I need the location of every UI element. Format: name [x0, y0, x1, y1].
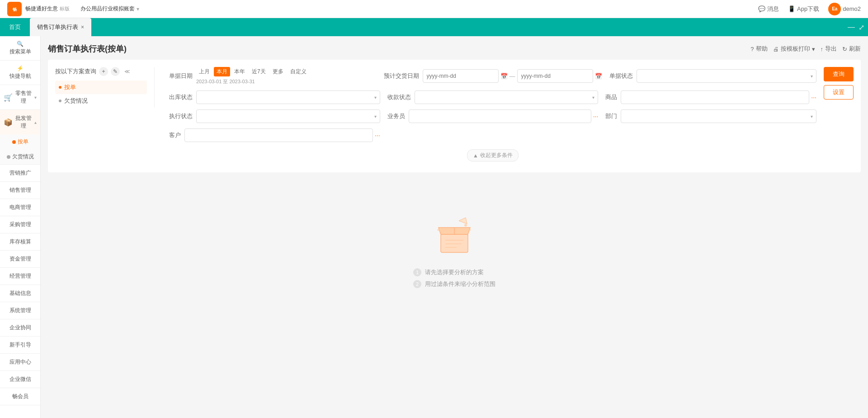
marketing-label: 营销推广 [9, 169, 31, 177]
svg-rect-2 [441, 234, 468, 252]
expected-date-start-calendar-icon[interactable]: 📅 [500, 73, 508, 80]
sidebar-item-ecom[interactable]: 电商管理 [0, 199, 40, 216]
step-1-num: 1 [413, 268, 421, 276]
empty-steps: 1 请先选择要分析的方案 2 用过滤条件来缩小分析范围 [413, 268, 495, 288]
more-items-row: ▲ 收起更多条件 [169, 146, 816, 165]
salesman-input[interactable] [409, 109, 591, 123]
customer-label: 客户 [169, 131, 181, 139]
sidebar-item-basic[interactable]: 基础信息 [0, 285, 40, 302]
filter-customer-field: 客户 ··· [169, 128, 380, 142]
page-title: 销售订单执行表(按单) [48, 43, 127, 54]
tab-sales-order[interactable]: 销售订单执行表 × [30, 18, 91, 36]
ecom-label: 电商管理 [9, 204, 31, 211]
dept-select-wrapper: ▾ [621, 109, 816, 123]
sidebar-ops-section: 经营管理 [0, 268, 40, 285]
edit-scheme-btn[interactable]: ✎ [111, 67, 120, 76]
help-btn[interactable]: ? 帮助 [750, 45, 767, 53]
date-7-btn[interactable]: 近7天 [249, 67, 269, 76]
setting-button[interactable]: 设置 [824, 85, 854, 100]
sidebar: 🔍 搜索菜单 ⚡ 快捷导航 🛒 零售管理 ▾ 📦 批发管理 ▴ [0, 36, 41, 418]
sidebar-item-purchase[interactable]: 采购管理 [0, 216, 40, 233]
exec-status-select[interactable] [196, 109, 380, 123]
scheme-item-debt[interactable]: 欠货情况 [55, 94, 147, 108]
out-status-select-wrapper: ▾ [196, 90, 380, 104]
sidebar-marketing-section: 营销推广 [0, 165, 40, 182]
filter-date-field: 单据日期 上月 本月 本年 近7天 更多 自定义 20 [169, 67, 377, 85]
date-range-text: 2023-03-01 至 2023-03-31 [196, 78, 377, 85]
sidebar-item-finance[interactable]: 资金管理 [0, 251, 40, 267]
sidebar-item-member[interactable]: 畅会员 [0, 388, 40, 405]
sidebar-item-apps[interactable]: 应用中心 [0, 354, 40, 370]
out-status-select[interactable] [196, 90, 380, 104]
scheme-item-press[interactable]: 按单 [55, 81, 147, 94]
dept-select[interactable] [621, 109, 816, 123]
print-btn[interactable]: 🖨 按模板打印 ▾ [773, 45, 815, 53]
sidebar-search[interactable]: 🔍 搜索菜单 [0, 36, 40, 60]
sidebar-item-stock[interactable]: 库存核算 [0, 233, 40, 250]
refresh-btn[interactable]: ↻ 刷新 [842, 45, 861, 53]
quicknav-icon: ⚡ [17, 65, 24, 71]
collapse-scheme-btn[interactable]: ≪ [123, 67, 132, 76]
status-select[interactable] [637, 69, 817, 83]
svg-point-7 [469, 229, 471, 231]
avatar: Ea [828, 3, 841, 15]
content-area: 销售订单执行表(按单) ? 帮助 🖨 按模板打印 ▾ ↑ 导出 ↻ 刷新 [41, 36, 868, 418]
filter-scheme-panel: 按以下方案查询 + ✎ ≪ 按单 [55, 67, 155, 108]
tab-home[interactable]: 首页 [0, 18, 30, 36]
window-expand-icon[interactable]: ⤢ [859, 23, 864, 32]
customer-input[interactable] [184, 128, 373, 142]
filter-goods-field: 商品 ··· [605, 90, 816, 104]
sidebar-item-marketing[interactable]: 营销推广 [0, 165, 40, 181]
sidebar-item-system[interactable]: 系统管理 [0, 302, 40, 319]
main-layout: 🔍 搜索菜单 ⚡ 快捷导航 🛒 零售管理 ▾ 📦 批发管理 ▴ [0, 36, 868, 418]
sidebar-item-wechat[interactable]: 企业微信 [0, 371, 40, 388]
expected-date-start-input[interactable] [423, 69, 499, 83]
export-btn[interactable]: ↑ 导出 [821, 45, 837, 53]
add-scheme-btn[interactable]: + [99, 67, 108, 76]
sidebar-item-ops[interactable]: 经营管理 [0, 268, 40, 285]
tab-bar-right: — ⤢ [848, 23, 868, 32]
filter-exec-status-field: 执行状态 ▾ [169, 109, 380, 123]
tab-close-icon[interactable]: × [81, 24, 84, 30]
sidebar-basic-section: 基础信息 [0, 285, 40, 302]
search-button[interactable]: 查询 [824, 67, 854, 81]
system-label: 系统管理 [9, 307, 31, 314]
date-year-btn[interactable]: 本年 [231, 67, 248, 76]
message-label: 消息 [767, 5, 779, 13]
expected-date-label: 预计交货日期 [384, 72, 419, 80]
sidebar-member-section: 畅会员 [0, 388, 40, 405]
date-cur-btn[interactable]: 本月 [214, 67, 230, 76]
user-profile[interactable]: Ea demo2 [828, 3, 861, 15]
date-prev-btn[interactable]: 上月 [196, 67, 212, 76]
sidebar-item-debt[interactable]: 欠货情况 [0, 149, 40, 164]
doc-type-label[interactable]: 办公用品行业模拟账套 ▾ [80, 5, 139, 13]
customer-dots-icon[interactable]: ··· [375, 132, 380, 139]
scheme-debt-label: 欠货情况 [64, 97, 88, 105]
app-download-label: App下载 [797, 5, 819, 13]
goods-dots-icon[interactable]: ··· [811, 94, 816, 101]
sidebar-item-retail[interactable]: 🛒 零售管理 ▾ [0, 85, 40, 109]
exec-status-label: 执行状态 [169, 112, 193, 120]
collapse-more-btn[interactable]: ▲ 收起更多条件 [467, 149, 519, 162]
sidebar-item-newbie[interactable]: 新手引导 [0, 337, 40, 353]
collapse-more-icon: ▲ [473, 152, 478, 159]
sidebar-corp-section: 企业协同 [0, 319, 40, 337]
receive-status-select[interactable] [415, 90, 599, 104]
sidebar-item-sales[interactable]: 销售管理 [0, 182, 40, 199]
salesman-dots-icon[interactable]: ··· [593, 113, 599, 120]
sidebar-press-label: 按单 [18, 138, 28, 146]
goods-input[interactable] [621, 90, 809, 104]
app-download-btn[interactable]: 📱 App下载 [788, 5, 819, 13]
sidebar-item-wholesale[interactable]: 📦 批发管理 ▴ [0, 110, 40, 134]
date-custom-btn[interactable]: 自定义 [288, 67, 309, 76]
expected-date-end-input[interactable] [517, 69, 593, 83]
window-minimize-icon[interactable]: — [848, 23, 855, 31]
date-more-btn[interactable]: 更多 [270, 67, 286, 76]
page-actions: ? 帮助 🖨 按模板打印 ▾ ↑ 导出 ↻ 刷新 [750, 45, 861, 53]
sidebar-item-press[interactable]: 按单 [0, 134, 40, 149]
sidebar-item-quicknav[interactable]: ⚡ 快捷导航 [0, 61, 40, 85]
filter-scheme-header: 按以下方案查询 + ✎ ≪ [55, 67, 147, 76]
message-btn[interactable]: 💬 消息 [758, 5, 779, 13]
sidebar-item-corp[interactable]: 企业协同 [0, 319, 40, 336]
expected-date-end-calendar-icon[interactable]: 📅 [595, 73, 602, 80]
